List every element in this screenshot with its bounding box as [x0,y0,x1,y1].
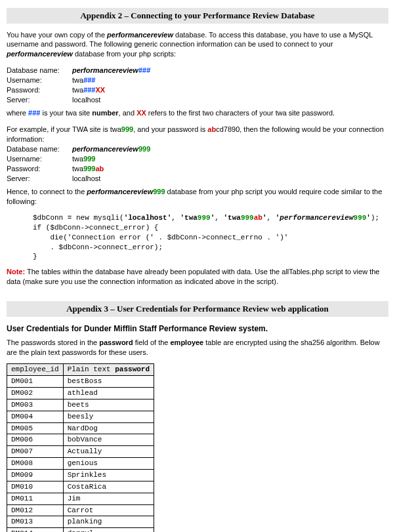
table-row: DM012Carrot [7,504,154,516]
text: twa [72,165,83,173]
table-row: DM008genious [7,458,154,470]
example-conn-block: Database name: performancereview999 User… [7,144,388,183]
text: The passwords stored in the [7,338,99,346]
cell-employee-id: DM012 [7,504,64,516]
cell-password: bestBoss [63,376,154,388]
text: ### [83,76,95,84]
label-user: Username: [7,75,72,85]
text: XX [95,86,105,94]
cell-password: athlead [63,388,154,399]
table-row: DM014darryl [7,528,154,532]
note-paragraph: Note: The tables within the database hav… [7,267,388,287]
text: 999 [354,214,367,222]
text: ### [83,86,95,94]
value-server: localhost [72,174,100,184]
text: twa [72,155,83,163]
example-intro: For example, if your TWA site is twa999,… [7,125,388,144]
text: , [215,214,223,222]
label-user: Username: [7,154,72,164]
note-label: Note: [7,268,25,276]
table-row: DM001bestBoss [7,376,154,388]
text: is your twa site [40,109,92,117]
text: 'twa [180,214,197,222]
text: number [92,109,118,117]
label-pass: Password: [7,85,72,95]
appendix-2-header: Appendix 2 – Connecting to your Performa… [7,8,388,24]
text: die('Connection error (' . $dbConn->conn… [33,234,288,241]
text: 'twa [223,214,240,222]
text: 999 [83,165,95,173]
text: ab [207,125,216,133]
text: , and [119,109,137,117]
text: ); [371,214,379,222]
cell-password: bobVance [63,434,154,446]
cell-employee-id: DM006 [7,434,64,446]
credentials-table: employee_id Plain text password DM001bes… [7,363,154,532]
value-db: performancereview999 [72,144,150,154]
note-text: The tables within the database have alre… [7,268,379,285]
text: Hence, to connect to the [7,188,87,195]
table-row: DM006bobVance [7,434,154,446]
text: 999 [153,188,165,195]
table-row: DM003beets [7,399,154,411]
cell-password: genious [63,458,154,470]
cell-employee-id: DM010 [7,481,64,493]
text: ab [95,165,104,173]
cell-employee-id: DM004 [7,411,64,422]
appendix-2-intro: You have your own copy of the performanc… [7,30,388,60]
text: field of the [133,338,171,346]
hence-line: Hence, to connect to the performancerevi… [7,187,388,207]
text: twa [72,86,83,94]
value-server: localhost [72,95,100,105]
table-row: DM004beesly [7,411,154,422]
text: 999 [241,214,254,222]
cell-password: beesly [63,411,154,422]
text: 999 [83,155,95,163]
text: performancereview [72,66,138,74]
cell-password: Sprinkles [63,469,154,481]
table-row: DM005NardDog [7,422,154,434]
text: performancereview [72,145,138,153]
text: . $dbConn->connect_error); [33,243,163,251]
text: password [99,338,133,346]
text: , [267,214,276,222]
text: password [115,365,150,373]
php-code-block: $dbConn = new mysqli('localhost', 'twa99… [33,213,388,262]
text: 999 [121,125,133,133]
cell-password: CostaRica [63,481,154,493]
text: 999 [138,145,150,153]
text: where [7,109,28,117]
cell-employee-id: DM002 [7,388,64,399]
text: if ($dbConn->connect_error) { [33,224,158,232]
cell-password: Actually [63,446,154,458]
appendix-3-header: Appendix 3 – User Credentials for Perfor… [7,301,388,317]
where-clause: where ### is your twa site number, and X… [7,108,388,118]
cell-employee-id: DM014 [7,528,64,532]
text: ' [262,214,267,222]
text: performancereview [280,214,353,222]
text: refers to the first two characters of yo… [146,109,335,117]
text: twa [72,76,83,84]
text: For example, if your TWA site is twa [7,125,121,133]
table-row: DM013planking [7,516,154,528]
table-row: DM009Sprinkles [7,469,154,481]
text: ### [138,66,150,74]
label-server: Server: [7,95,72,105]
value-user: twa999 [72,154,95,164]
cell-employee-id: DM013 [7,516,64,528]
cell-password: planking [63,516,154,528]
cell-password: beets [63,399,154,411]
text: XX [136,109,146,117]
text: 'localhost' [124,214,172,222]
text: ' [366,214,371,222]
table-row: DM011Jim [7,493,154,504]
table-row: DM010CostaRica [7,481,154,493]
cell-employee-id: DM009 [7,469,64,481]
cell-password: Jim [63,493,154,504]
table-header-row: employee_id Plain text password [7,364,154,376]
cell-employee-id: DM001 [7,376,64,388]
cell-employee-id: DM008 [7,458,64,470]
value-pass: twa999ab [72,164,104,174]
generic-conn-block: Database name: performancereview### User… [7,66,388,104]
text: 999 [198,214,211,222]
